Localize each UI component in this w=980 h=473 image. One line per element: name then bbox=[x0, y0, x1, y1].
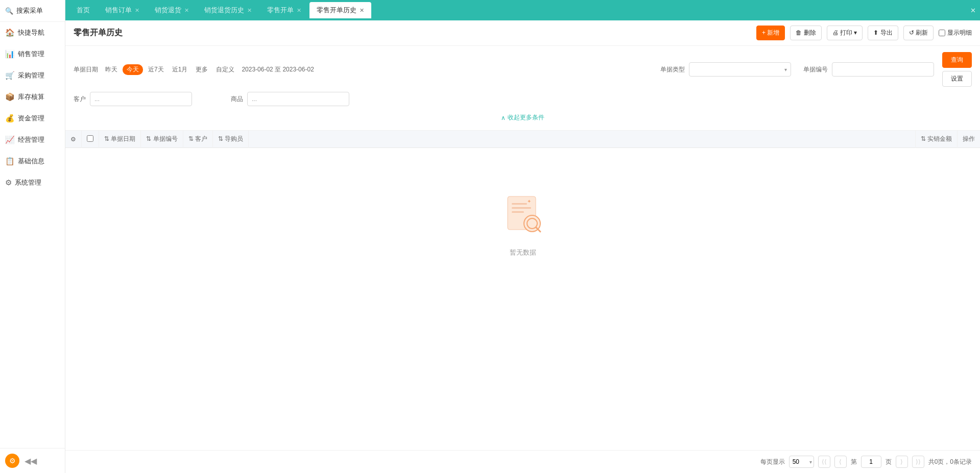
table-area: ⚙ ⇅ 单据日期 ⇅ 单据编号 ⇅ 客户 bbox=[65, 131, 980, 450]
sidebar-item-purchase-mgmt[interactable]: 🛒 采购管理 bbox=[0, 65, 65, 86]
toolbar: 零售开单历史 + 新增 🗑 删除 🖨 打印 ▾ ⬆ 导出 ↺ 刷新 显示明细 bbox=[65, 20, 980, 46]
number-input[interactable] bbox=[832, 62, 934, 77]
sidebar-item-finance[interactable]: 💰 资金管理 bbox=[0, 108, 65, 129]
collapse-more-label: 收起更多条件 bbox=[508, 113, 544, 122]
chart-icon: 📊 bbox=[5, 49, 15, 59]
goods-label: 商品 bbox=[231, 95, 243, 104]
page-next-btn[interactable]: ⟩ bbox=[896, 456, 908, 468]
page-input[interactable]: 1 bbox=[861, 456, 881, 468]
page-last-btn[interactable]: ⟩⟩ bbox=[912, 456, 924, 468]
tab-sales-order[interactable]: 销售订单 ✕ bbox=[98, 2, 147, 18]
tab-sales-return-history[interactable]: 销货退货历史 ✕ bbox=[197, 2, 259, 18]
sidebar-search[interactable]: 🔍 搜索采单 bbox=[0, 0, 65, 22]
chevron-up-icon: ∧ bbox=[501, 114, 506, 121]
sidebar-nav: 🏠 快捷导航 📊 销售管理 🛒 采购管理 📦 库存核算 💰 资金管理 📈 经营管… bbox=[0, 22, 65, 448]
date-btn-1month[interactable]: 近1月 bbox=[169, 64, 191, 75]
sidebar-item-operations[interactable]: 📈 经营管理 bbox=[0, 129, 65, 151]
sidebar-item-label: 销售管理 bbox=[18, 49, 44, 59]
svg-rect-1 bbox=[512, 203, 527, 205]
tab-sales-return-history-close[interactable]: ✕ bbox=[247, 7, 252, 14]
table-head: ⚙ ⇅ 单据日期 ⇅ 单据编号 ⇅ 客户 bbox=[65, 131, 980, 148]
page-title: 零售开单历史 bbox=[74, 28, 756, 38]
select-all-checkbox[interactable] bbox=[87, 135, 93, 142]
th-date[interactable]: ⇅ 单据日期 bbox=[99, 131, 141, 148]
tab-retail-open-history-close[interactable]: ✕ bbox=[360, 7, 364, 14]
query-actions: 查询 设置 bbox=[942, 52, 972, 87]
display-detail-label: 显示明细 bbox=[939, 29, 972, 37]
filter-goods: 商品 bbox=[231, 92, 349, 106]
th-guide[interactable]: ⇅ 导购员 bbox=[213, 131, 249, 148]
filter-date: 单据日期 昨天 今天 近7天 近1月 更多 自定义 2023-06-02 至 2… bbox=[74, 64, 314, 75]
th-customer[interactable]: ⇅ 客户 bbox=[183, 131, 212, 148]
trend-icon: 📈 bbox=[5, 135, 15, 144]
th-amount[interactable]: ⇅ 实销金额 bbox=[915, 131, 957, 148]
toolbar-actions: + 新增 🗑 删除 🖨 打印 ▾ ⬆ 导出 ↺ 刷新 显示明细 bbox=[756, 26, 972, 40]
settings-button[interactable]: ⚙ bbox=[5, 454, 19, 468]
tab-sales-order-close[interactable]: ✕ bbox=[135, 7, 139, 14]
content-area: 零售开单历史 + 新增 🗑 删除 🖨 打印 ▾ ⬆ 导出 ↺ 刷新 显示明细 单… bbox=[65, 20, 980, 473]
goods-input[interactable] bbox=[247, 92, 349, 106]
tab-retail-open-history-label: 零售开单历史 bbox=[317, 6, 356, 15]
sidebar-item-basic-info[interactable]: 📋 基础信息 bbox=[0, 151, 65, 172]
date-btn-7days[interactable]: 近7天 bbox=[145, 64, 167, 75]
tab-retail-open[interactable]: 零售开单 ✕ bbox=[260, 2, 308, 18]
filter-row-2: 客户 商品 bbox=[74, 92, 972, 106]
tab-retail-open-label: 零售开单 bbox=[267, 6, 294, 15]
delete-button[interactable]: 🗑 删除 bbox=[790, 26, 821, 40]
query-button[interactable]: 查询 bbox=[942, 52, 972, 68]
sidebar-item-system[interactable]: ⚙ 系统管理 bbox=[0, 172, 65, 193]
th-action: 操作 bbox=[958, 131, 981, 148]
page-prev-btn[interactable]: ⟨ bbox=[834, 456, 847, 468]
filter-row-1: 单据日期 昨天 今天 近7天 近1月 更多 自定义 2023-06-02 至 2… bbox=[74, 52, 972, 87]
sidebar-item-sales-mgmt[interactable]: 📊 销售管理 bbox=[0, 43, 65, 65]
page-size-wrap: 20 50 100 200 bbox=[789, 456, 814, 468]
tab-sales-return-label: 销货退货 bbox=[155, 6, 181, 15]
sidebar-item-label: 库存核算 bbox=[18, 92, 44, 102]
sidebar-item-label: 采购管理 bbox=[18, 71, 44, 80]
date-btn-more[interactable]: 更多 bbox=[193, 64, 211, 75]
type-select-wrap bbox=[689, 62, 791, 77]
sidebar-footer: ⚙ ◀◀ bbox=[0, 448, 65, 473]
sidebar-collapse-button[interactable]: ◀◀ bbox=[25, 456, 37, 466]
date-btn-custom[interactable]: 自定义 bbox=[213, 64, 237, 75]
page-size-select[interactable]: 20 50 100 200 bbox=[789, 456, 814, 468]
tab-bar-close-btn[interactable]: ✕ bbox=[970, 7, 976, 14]
th-number[interactable]: ⇅ 单据编号 bbox=[141, 131, 183, 148]
filter-type: 单据类型 bbox=[660, 62, 795, 77]
total-info: 共0页，0条记录 bbox=[928, 458, 972, 466]
th-action-label: 操作 bbox=[963, 135, 975, 142]
filter-customer: 客户 bbox=[74, 92, 192, 106]
page-size-label: 每页显示 bbox=[760, 458, 785, 466]
tab-sales-return[interactable]: 销货退货 ✕ bbox=[148, 2, 196, 18]
tab-retail-open-history[interactable]: 零售开单历史 ✕ bbox=[309, 2, 371, 18]
sidebar-item-label: 基础信息 bbox=[18, 157, 44, 166]
sidebar-item-quick-nav[interactable]: 🏠 快捷导航 bbox=[0, 22, 65, 43]
sidebar-item-inventory[interactable]: 📦 库存核算 bbox=[0, 86, 65, 108]
collapse-more-btn[interactable]: ∧ 收起更多条件 bbox=[74, 111, 972, 124]
date-label: 单据日期 bbox=[74, 65, 98, 74]
tab-bar-right: ✕ bbox=[970, 7, 976, 14]
tab-home[interactable]: 首页 bbox=[69, 2, 97, 18]
date-btn-today[interactable]: 今天 bbox=[123, 64, 143, 75]
print-button[interactable]: 🖨 打印 ▾ bbox=[827, 26, 863, 40]
refresh-button[interactable]: ↺ 刷新 bbox=[903, 26, 934, 40]
filter-area: 单据日期 昨天 今天 近7天 近1月 更多 自定义 2023-06-02 至 2… bbox=[65, 46, 980, 131]
customer-input[interactable] bbox=[90, 92, 192, 106]
th-settings[interactable]: ⚙ bbox=[65, 131, 82, 148]
type-select[interactable] bbox=[689, 62, 791, 77]
sidebar-item-label: 系统管理 bbox=[15, 178, 41, 187]
tab-sales-return-close[interactable]: ✕ bbox=[184, 7, 189, 14]
th-checkbox[interactable] bbox=[82, 131, 99, 148]
gear-icon: ⚙ bbox=[5, 178, 12, 187]
add-button[interactable]: + 新增 bbox=[756, 26, 785, 40]
export-button[interactable]: ⬆ 导出 bbox=[868, 26, 898, 40]
page-first-btn[interactable]: ⟨⟨ bbox=[818, 456, 830, 468]
date-btn-yesterday[interactable]: 昨天 bbox=[102, 64, 121, 75]
display-detail-checkbox[interactable] bbox=[939, 30, 945, 36]
date-quick-btns: 昨天 今天 近7天 近1月 更多 自定义 bbox=[102, 64, 237, 75]
th-guide-label: ⇅ 导购员 bbox=[218, 135, 243, 142]
tab-retail-open-close[interactable]: ✕ bbox=[297, 7, 301, 14]
sidebar-item-label: 资金管理 bbox=[18, 114, 44, 123]
settings-filter-button[interactable]: 设置 bbox=[942, 71, 972, 87]
th-date-label: ⇅ 单据日期 bbox=[104, 135, 135, 142]
